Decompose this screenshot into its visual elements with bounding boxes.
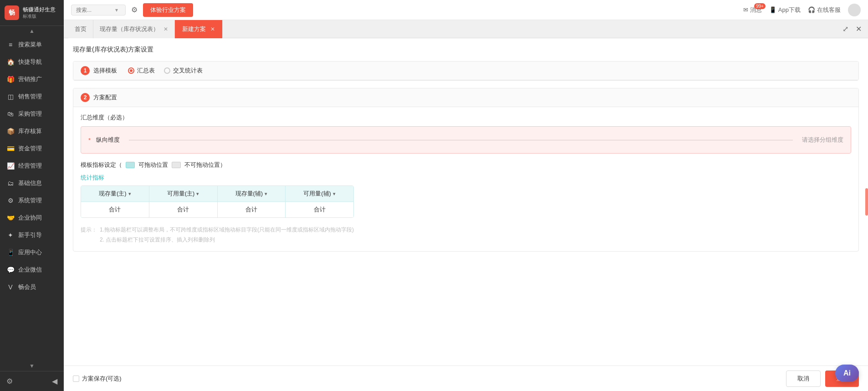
section2-header: 2 方案配置	[73, 88, 858, 107]
app-logo: 畅 畅赚通好生意 标准版	[0, 0, 64, 26]
sidebar-item-wechat[interactable]: 💬 企业微信	[0, 261, 64, 278]
tab-inventory-status[interactable]: 现存量（库存状况表） ✕	[93, 20, 175, 38]
maximize-icon[interactable]: ⤢	[841, 23, 850, 35]
radio-summary-label: 汇总表	[137, 67, 155, 75]
cancel-button[interactable]: 取消	[786, 370, 821, 387]
purchase-icon: 🛍	[6, 110, 15, 118]
tips-area: 提示： 1.拖动标题栏可以调整布局，不可跨维度或指标区域拖动标目字段(只能在同一…	[81, 225, 851, 245]
sidebar-item-label: 系统管理	[18, 196, 42, 205]
draggable-label: 可拖动位置	[138, 161, 168, 169]
chevron-down-col-1: ▾	[196, 191, 199, 197]
main-area: ▾ ⚙ 体验行业方案 ✉ 消息 99+ 📱 App下载 🎧 在线客服 首页	[64, 0, 868, 391]
section2-num: 2	[81, 93, 90, 102]
section1-header: 1 选择模板 汇总表 交叉统计表	[73, 62, 858, 80]
stats-label: 统计指标	[81, 174, 851, 182]
stats-col-2[interactable]: 现存量(辅) ▾	[218, 186, 286, 201]
sidebar-item-cooperation[interactable]: 🤝 企业协同	[0, 209, 64, 226]
radio-summary[interactable]: 汇总表	[128, 67, 155, 75]
quick-nav-icon: 🏠	[6, 58, 15, 66]
sidebar-item-purchase[interactable]: 🛍 采购管理	[0, 105, 64, 123]
sidebar-item-search-menu[interactable]: ≡ 搜索菜单	[0, 36, 64, 53]
tab-home[interactable]: 首页	[68, 20, 93, 38]
sidebar-item-label: 经营管理	[18, 162, 42, 170]
message-icon: ✉	[743, 6, 748, 13]
sidebar-scroll-up[interactable]: ▲	[0, 26, 64, 36]
collapse-icon[interactable]: ◀	[50, 375, 59, 387]
gear-icon[interactable]: ⚙	[131, 5, 138, 14]
tip-2-text: 2. 点击标题栏下拉可设置排序、插入列和删除列	[100, 235, 215, 245]
tab-inventory-label: 现存量（库存状况表）	[100, 25, 159, 33]
trial-button[interactable]: 体验行业方案	[143, 3, 193, 17]
service-label: 在线客服	[817, 6, 841, 14]
sidebar-item-quick-nav[interactable]: 🏠 快捷导航	[0, 53, 64, 71]
dimension-label: 汇总维度（必选）	[81, 113, 851, 122]
chevron-down-col-0: ▾	[128, 191, 131, 197]
stats-table-row: 合计 合计 合计 合计	[81, 201, 353, 217]
chevron-down-icon: ▾	[115, 7, 118, 13]
stats-table-header: 现存量(主) ▾ 可用量(主) ▾ 现存量(辅) ▾ 可用量(辅)	[81, 186, 353, 201]
stats-col-1-label: 可用量(主)	[167, 190, 195, 198]
user-avatar[interactable]	[848, 4, 861, 16]
template-indicator-prefix: 模板指标设定（	[81, 161, 122, 169]
message-button[interactable]: ✉ 消息 99+	[743, 6, 762, 14]
close-tab-new-plan[interactable]: ✕	[210, 26, 215, 32]
draggable-indicator-box	[126, 162, 135, 168]
sidebar-item-inventory[interactable]: 📦 库存核算	[0, 123, 64, 140]
stats-col-0-label: 现存量(主)	[99, 190, 127, 198]
stats-col-1[interactable]: 可用量(主) ▾	[149, 186, 218, 201]
tabbar: 首页 现存量（库存状况表） ✕ 新建方案 ✕ ⤢ ✕	[64, 20, 868, 38]
sidebar-item-new-guide[interactable]: ✦ 新手引导	[0, 226, 64, 244]
dimension-placeholder: 请选择分组维度	[802, 136, 843, 144]
required-star: *	[88, 137, 91, 144]
topbar-search[interactable]: ▾	[71, 5, 126, 15]
stats-cell-1: 合计	[149, 202, 218, 217]
phone-icon: 📱	[769, 6, 776, 13]
tab-new-plan[interactable]: 新建方案 ✕	[175, 20, 223, 38]
search-menu-icon: ≡	[6, 41, 15, 49]
dimension-field-name: 纵向维度	[96, 136, 120, 144]
non-draggable-label: 不可拖动位置）	[184, 161, 226, 169]
tip-2: 2. 点击标题栏下拉可设置排序、插入列和删除列	[81, 235, 851, 245]
dimension-divider	[129, 140, 793, 140]
page-title: 现存量(库存状况表)方案设置	[73, 46, 859, 54]
page-content: 现存量(库存状况表)方案设置 1 选择模板 汇总表 交叉统计表	[64, 38, 868, 365]
sidebar-item-system[interactable]: ⚙ 系统管理	[0, 192, 64, 209]
sidebar-item-operations[interactable]: 📈 经营管理	[0, 157, 64, 175]
sidebar-item-sales[interactable]: ◫ 销售管理	[0, 88, 64, 105]
radio-cross[interactable]: 交叉统计表	[164, 67, 203, 75]
tip-1: 提示： 1.拖动标题栏可以调整布局，不可跨维度或指标区域拖动标目字段(只能在同一…	[81, 225, 851, 235]
sidebar-item-basic-info[interactable]: 🗂 基础信息	[0, 175, 64, 192]
sidebar-item-label: 企业微信	[18, 266, 42, 274]
save-label: 方案保存(可选)	[82, 375, 122, 383]
sidebar-scroll-down[interactable]: ▼	[0, 361, 64, 371]
cooperation-icon: 🤝	[6, 214, 15, 222]
non-draggable-indicator-box	[172, 162, 181, 168]
settings-icon[interactable]: ⚙	[5, 375, 15, 387]
scroll-handle[interactable]	[865, 188, 868, 216]
template-radio-group: 汇总表 交叉统计表	[128, 67, 203, 75]
sidebar-item-app-center[interactable]: 📱 应用中心	[0, 244, 64, 261]
radio-summary-circle	[128, 67, 134, 74]
close-tab-inventory[interactable]: ✕	[163, 26, 168, 32]
chevron-down-col-3: ▾	[333, 191, 336, 197]
stats-col-0[interactable]: 现存量(主) ▾	[81, 186, 149, 201]
save-checkbox[interactable]	[73, 376, 79, 382]
sidebar-item-label: 企业协同	[18, 214, 42, 222]
chevron-down-col-2: ▾	[265, 191, 267, 197]
online-service-button[interactable]: 🎧 在线客服	[808, 6, 841, 14]
close-icon[interactable]: ✕	[854, 23, 863, 35]
sidebar-item-member[interactable]: V 畅会员	[0, 278, 64, 296]
stats-col-3-label: 可用量(辅)	[303, 190, 331, 198]
template-indicator-row: 模板指标设定（ 可拖动位置 不可拖动位置）	[81, 161, 851, 169]
tab-new-label: 新建方案	[182, 25, 206, 33]
ai-badge[interactable]: Ai	[835, 365, 859, 382]
dimension-required-area[interactable]: * 纵向维度 请选择分组维度	[81, 126, 851, 154]
finance-icon: 💳	[6, 144, 15, 153]
save-option[interactable]: 方案保存(可选)	[73, 375, 122, 383]
search-input[interactable]	[76, 7, 112, 13]
sidebar-item-marketing[interactable]: 🎁 营销推广	[0, 71, 64, 88]
operations-icon: 📈	[6, 162, 15, 170]
sidebar-item-finance[interactable]: 💳 资金管理	[0, 140, 64, 157]
stats-col-3[interactable]: 可用量(辅) ▾	[286, 186, 353, 201]
app-download-button[interactable]: 📱 App下载	[769, 6, 801, 14]
